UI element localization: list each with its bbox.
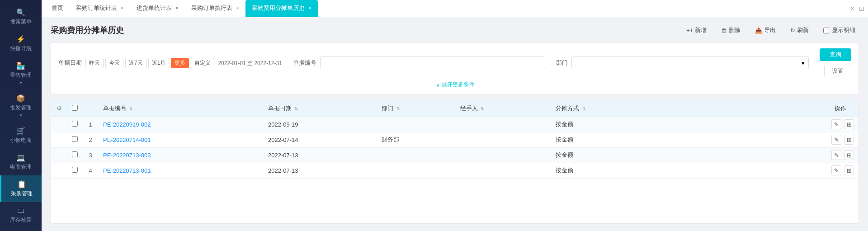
table-col-date: 单据日期 ⇅ [264,100,377,117]
row-more-icon[interactable]: ⊞ [844,119,854,129]
expand-conditions-button[interactable]: ∨ 展开更多条件 [58,81,851,89]
tab-purchase-fee-history[interactable]: 采购费用分摊单历史 × [245,0,318,17]
table-row: 1 PE-20220919-002 2022-09-19 按金额 ✎ ⊞ [51,117,859,132]
filter-actions: 查询 设置 [820,48,851,77]
sidebar-item-micro[interactable]: 🛒 小畅电商 [0,122,42,149]
date-btn-today[interactable]: 今天 [105,58,123,68]
doc-num-link[interactable]: PE-20220713-003 [103,152,151,159]
row-edit-icon[interactable]: ✎ [831,135,841,145]
row-num: 4 [82,163,99,178]
sidebar-item-finance[interactable]: 💰 资金管理 [0,228,42,231]
row-handler [456,117,551,132]
table-col-gear[interactable]: ⚙ [51,100,67,117]
display-cols-button[interactable]: 显示明细 [820,24,859,36]
sidebar: 🔍 搜索菜单 ⚡ 快捷导航 🏪 零售管理 ▾ 📦 批发管理 ▾ 🛒 小畅电商 💻… [0,0,42,231]
row-checkbox-cell[interactable] [67,147,82,163]
sidebar-item-search[interactable]: 🔍 搜索菜单 [0,4,42,30]
filter-dept-group: 部门 ▾ [556,57,809,69]
settings-button[interactable]: 设置 [824,65,851,77]
sort-handler-icon[interactable]: ⇅ [480,106,484,111]
sidebar-item-label: 批发管理 [10,104,32,112]
row-more-icon[interactable]: ⊞ [844,135,854,145]
table-col-action: 操作 [822,100,859,117]
query-button[interactable]: 查询 [820,48,851,61]
tab-purchase-goods-stats[interactable]: 进货单统计表 × [130,0,185,17]
main-area: 首页 采购订单统计表 × 进货单统计表 × 采购订单执行表 × 采购费用分摊单历… [42,0,868,231]
row-checkbox-cell[interactable] [67,117,82,132]
tab-close-purchase-fee-history[interactable]: × [308,5,311,11]
sidebar-item-label: 小畅电商 [10,137,32,144]
doc-num-link[interactable]: PE-20220919-002 [103,121,151,128]
row-split-method: 按金额 [551,132,822,147]
sort-dept-icon[interactable]: ⇅ [396,106,400,111]
table-col-select-all[interactable] [67,100,82,117]
row-edit-icon[interactable]: ✎ [831,150,841,160]
row-more-icon[interactable]: ⊞ [844,165,854,175]
tab-home[interactable]: 首页 [45,0,70,17]
filter-date-buttons: 昨天 今天 近7天 近1月 更多 自定义 [85,58,214,68]
row-action-cell: ✎ ⊞ [822,147,859,163]
row-edit-icon[interactable]: ✎ [831,165,841,175]
sidebar-item-ecommerce[interactable]: 💻 电商管理 [0,149,42,175]
row-select-checkbox[interactable] [72,151,78,157]
row-select-checkbox[interactable] [72,121,78,127]
row-split-method: 按金额 [551,163,822,178]
search-icon: 🔍 [16,8,25,17]
row-more-icon[interactable]: ⊞ [844,150,854,160]
filter-date-group: 单据日期 昨天 今天 近7天 近1月 更多 自定义 2022-01-01 至 2… [58,58,282,68]
add-button[interactable]: + + 新增 [683,24,710,36]
tab-purchase-order-exec[interactable]: 采购订单执行表 × [185,0,245,17]
doc-num-link[interactable]: PE-20220713-001 [103,167,151,174]
tab-close-purchase-order-exec[interactable]: × [236,5,239,11]
close-window-icon[interactable]: × [851,5,854,12]
tab-close-purchase-order-stats[interactable]: × [121,5,124,11]
row-split-method: 按金额 [551,117,822,132]
sidebar-item-inventory[interactable]: 🗃 库存核算 [0,202,42,228]
dept-dropdown-icon: ▾ [802,60,805,66]
wholesale-icon: 📦 [16,94,25,103]
export-button[interactable]: 📤 导出 [751,24,779,36]
row-handler [456,147,551,163]
date-btn-1month[interactable]: 近1月 [148,58,170,68]
tab-close-purchase-goods-stats[interactable]: × [175,5,179,11]
display-cols-checkbox[interactable] [823,28,829,33]
docnum-filter-input[interactable] [320,57,546,69]
row-select-checkbox[interactable] [72,167,78,173]
sort-split-icon[interactable]: ⇅ [582,106,585,111]
sidebar-item-label: 库存核算 [10,216,32,224]
sidebar-item-wholesale[interactable]: 📦 批发管理 ▾ [0,90,42,122]
row-edit-icon[interactable]: ✎ [831,119,841,129]
sidebar-item-purchase[interactable]: 📋 采购管理 [0,175,42,202]
nav-icon: ⚡ [16,35,25,43]
sidebar-item-label: 零售管理 [10,71,32,79]
row-select-checkbox[interactable] [72,136,78,142]
date-btn-7days[interactable]: 近7天 [125,58,146,68]
sidebar-item-nav[interactable]: ⚡ 快捷导航 [0,30,42,57]
delete-button[interactable]: 🗑 删除 [717,24,744,36]
sort-docnum-icon[interactable]: ⇅ [129,106,133,111]
date-btn-yesterday[interactable]: 昨天 [85,58,104,68]
sidebar-item-label: 快捷导航 [10,45,32,52]
maximize-icon[interactable]: ⊡ [859,5,864,12]
date-filter-label: 单据日期 [58,59,82,67]
doc-num-link[interactable]: PE-20220714-001 [103,137,151,143]
refresh-button[interactable]: ↻ 刷新 [787,24,812,36]
row-docnum: PE-20220713-003 [99,147,264,163]
sidebar-item-retail[interactable]: 🏪 零售管理 ▾ [0,57,42,90]
dept-filter-select[interactable]: ▾ [571,57,809,69]
row-num: 2 [82,132,99,147]
date-btn-custom[interactable]: 自定义 [191,58,214,68]
expand-icon: ∨ [436,82,440,88]
chevron-down-icon: ▾ [20,80,22,85]
select-all-checkbox[interactable] [72,105,78,111]
date-btn-more[interactable]: 更多 [171,58,189,68]
tab-purchase-order-stats[interactable]: 采购订单统计表 × [70,0,130,17]
table-col-split: 分摊方式 ⇅ [551,100,822,117]
row-checkbox-cell[interactable] [67,132,82,147]
row-gear-icon [51,132,67,147]
table-row: 3 PE-20220713-003 2022-07-13 按金额 ✎ ⊞ [51,147,859,163]
table-col-handler: 经手人 ⇅ [456,100,551,117]
row-checkbox-cell[interactable] [67,163,82,178]
sort-date-icon[interactable]: ⇅ [294,106,298,111]
table-row: 4 PE-20220713-001 2022-07-13 按金额 ✎ ⊞ [51,163,859,178]
